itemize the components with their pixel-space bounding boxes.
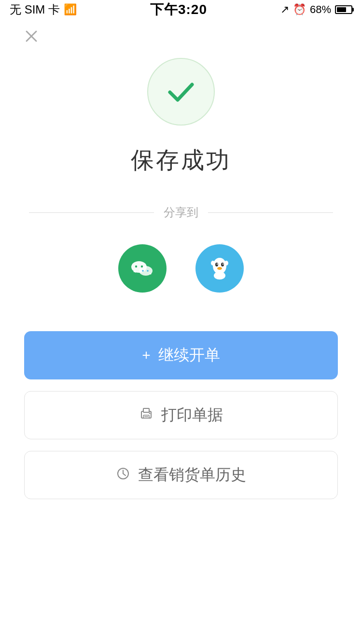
status-time: 下午3:20 (150, 0, 207, 19)
action-buttons: + 继续开单 打印单据 (0, 331, 362, 499)
battery-icon (335, 5, 352, 14)
svg-point-14 (223, 264, 223, 265)
checkmark-icon (164, 75, 198, 109)
svg-point-4 (135, 266, 137, 267)
close-button[interactable] (19, 24, 43, 48)
svg-point-18 (214, 272, 225, 280)
continue-order-button[interactable]: + 继续开单 (24, 331, 338, 379)
svg-rect-20 (143, 408, 149, 412)
success-circle (147, 58, 215, 126)
svg-point-13 (217, 264, 218, 265)
svg-point-23 (149, 412, 151, 414)
continue-order-label: 继续开单 (158, 345, 220, 366)
close-icon (24, 29, 39, 43)
divider-right (208, 212, 333, 213)
print-icon (139, 406, 153, 424)
divider-left (29, 212, 154, 213)
svg-point-11 (215, 263, 218, 266)
status-bar: 无 SIM 卡 📶 下午3:20 ↗ ⏰ 68% (0, 0, 362, 19)
svg-point-6 (142, 270, 144, 272)
qq-icon (206, 254, 234, 282)
share-divider: 分享到 (0, 205, 362, 220)
success-title: 保存成功 (131, 145, 231, 176)
main-content: 保存成功 分享到 (0, 19, 362, 499)
print-receipt-label: 打印单据 (161, 405, 223, 426)
qq-share-button[interactable] (195, 244, 244, 293)
history-icon (116, 466, 130, 484)
plus-icon: + (142, 347, 151, 364)
view-history-label: 查看销货单历史 (138, 464, 246, 486)
svg-point-17 (224, 261, 228, 266)
svg-point-12 (221, 263, 224, 266)
svg-point-16 (211, 261, 215, 266)
share-label: 分享到 (154, 205, 208, 220)
svg-point-5 (141, 266, 143, 267)
wechat-icon (128, 254, 156, 282)
wifi-icon: 📶 (64, 3, 77, 16)
share-icons (118, 244, 244, 293)
wechat-share-button[interactable] (118, 244, 167, 293)
alarm-icon: ⏰ (293, 3, 306, 16)
svg-point-15 (217, 267, 222, 270)
view-history-button[interactable]: 查看销货单历史 (24, 451, 338, 499)
svg-line-26 (123, 474, 125, 476)
print-receipt-button[interactable]: 打印单据 (24, 391, 338, 439)
svg-point-7 (147, 270, 149, 272)
battery-percent: 68% (310, 3, 331, 16)
status-right: ↗ ⏰ 68% (280, 3, 352, 16)
status-carrier: 无 SIM 卡 📶 (10, 2, 77, 17)
location-icon: ↗ (280, 3, 289, 16)
svg-point-10 (213, 258, 226, 274)
